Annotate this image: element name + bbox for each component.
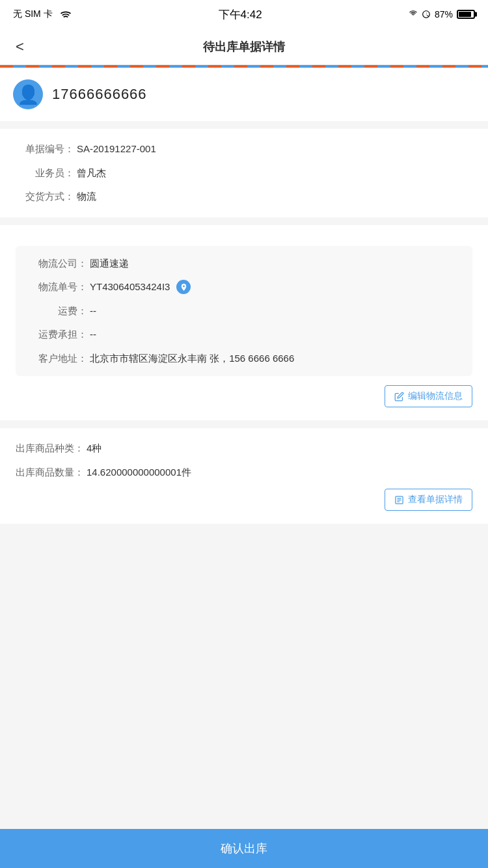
logistics-company-label: 物流公司：: [29, 256, 87, 271]
battery-indicator: [457, 10, 475, 19]
logistics-card: 物流公司： 圆通速递 物流单号： YT43064053424I3 运费： -- …: [16, 246, 472, 377]
freight-bearer-label: 运费承担：: [29, 327, 87, 342]
freight-row: 运费： --: [29, 304, 459, 319]
document-icon: [394, 495, 404, 505]
edit-logistics-button[interactable]: 编辑物流信息: [385, 385, 472, 407]
status-time: 下午4:42: [219, 7, 262, 22]
tracking-number-value: YT43064053424I3: [87, 280, 459, 295]
sales-person-row: 业务员： 曾凡杰: [16, 166, 472, 181]
confirm-button-label: 确认出库: [221, 841, 267, 856]
address-label: 客户地址：: [29, 351, 87, 366]
confirm-bar[interactable]: 确认出库: [0, 829, 488, 868]
goods-quantity-row: 出库商品数量： 14.620000000000001件: [16, 465, 472, 480]
document-number-value: SA-20191227-001: [74, 142, 472, 157]
edit-logistics-container: 编辑物流信息: [16, 385, 472, 407]
user-icon: 👤: [17, 84, 40, 105]
document-number-row: 单据编号： SA-20191227-001: [16, 142, 472, 157]
customer-phone: 17666666666: [52, 86, 147, 103]
address-value: 北京市市辖区海淀区永丰南 张，156 6666 6666: [87, 351, 459, 366]
goods-quantity-label: 出库商品数量：: [16, 465, 84, 480]
status-indicators: 87%: [409, 9, 475, 20]
goods-quantity-value: 14.620000000000001件: [84, 465, 472, 480]
tracking-number-row: 物流单号： YT43064053424I3: [29, 280, 459, 295]
nav-bar: < 待出库单据详情: [0, 29, 488, 65]
goods-types-label: 出库商品种类：: [16, 441, 84, 456]
goods-section: 出库商品种类： 4种 出库商品数量： 14.620000000000001件 查…: [0, 428, 488, 524]
goods-types-value: 4种: [84, 441, 472, 456]
logistics-company-value: 圆通速递: [87, 256, 459, 271]
sales-person-value: 曾凡杰: [74, 166, 472, 181]
document-number-label: 单据编号：: [16, 142, 74, 157]
customer-header: 👤 17666666666: [0, 68, 488, 121]
logistics-section: 物流公司： 圆通速递 物流单号： YT43064053424I3 运费： -- …: [0, 225, 488, 421]
goods-types-row: 出库商品种类： 4种: [16, 441, 472, 456]
delivery-method-value: 物流: [74, 189, 472, 204]
basic-info-section: 单据编号： SA-20191227-001 业务员： 曾凡杰 交货方式： 物流: [0, 129, 488, 217]
edit-icon: [394, 392, 404, 401]
freight-label: 运费：: [29, 304, 87, 319]
freight-bearer-row: 运费承担： --: [29, 327, 459, 342]
tracking-number-label: 物流单号：: [29, 280, 87, 295]
status-carrier: 无 SIM 卡: [13, 8, 72, 20]
bottom-spacer: [0, 524, 488, 654]
sales-person-label: 业务员：: [16, 166, 74, 181]
address-row: 客户地址： 北京市市辖区海淀区永丰南 张，156 6666 6666: [29, 351, 459, 366]
delivery-method-row: 交货方式： 物流: [16, 189, 472, 204]
location-icon[interactable]: [176, 280, 191, 294]
page-title: 待出库单据详情: [203, 39, 285, 55]
avatar: 👤: [13, 79, 43, 109]
view-details-button[interactable]: 查看单据详情: [385, 489, 472, 511]
logistics-company-row: 物流公司： 圆通速递: [29, 256, 459, 271]
back-button[interactable]: <: [10, 33, 29, 61]
view-details-container: 查看单据详情: [16, 489, 472, 511]
delivery-method-label: 交货方式：: [16, 189, 74, 204]
freight-bearer-value: --: [87, 327, 459, 342]
freight-value: --: [87, 304, 459, 319]
status-bar: 无 SIM 卡 下午4:42 87%: [0, 0, 488, 29]
